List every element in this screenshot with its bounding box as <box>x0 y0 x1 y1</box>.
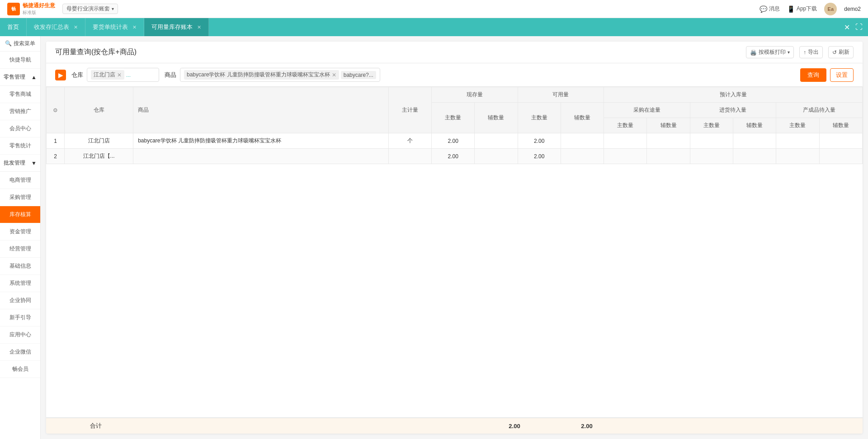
sidebar-item-system[interactable]: 系统管理 <box>0 275 40 292</box>
sidebar-search[interactable]: 🔍 搜索菜单 <box>0 36 40 52</box>
export-icon: ↑ <box>803 49 806 56</box>
cell-goods-sub-2 <box>733 149 776 164</box>
setting-button[interactable]: 设置 <box>830 68 854 82</box>
export-btn[interactable]: ↑ 导出 <box>799 46 823 58</box>
th-product: 商品 <box>133 87 389 133</box>
tab-order-stats-close[interactable]: ✕ <box>132 24 137 30</box>
sidebar-item-finance[interactable]: 资金管理 <box>0 223 40 241</box>
tab-home[interactable]: 首页 <box>0 18 27 36</box>
warehouse-tag-remove[interactable]: ✕ <box>117 72 122 78</box>
page-actions: 🖨️ 按模板打印 ▾ ↑ 导出 ↺ 刷新 <box>746 46 854 58</box>
industry-selector[interactable]: 母婴行业演示账套 ▾ <box>62 4 118 14</box>
app-download-nav-item[interactable]: 📱 App下载 <box>787 5 817 13</box>
tab-order-stats[interactable]: 要货单统计表 ✕ <box>85 18 144 36</box>
cell-products-main <box>776 133 819 149</box>
sidebar-item-app-center[interactable]: 应用中心 <box>0 326 40 344</box>
chevron-down-icon: ▾ <box>788 50 790 55</box>
sidebar-item-quick-nav[interactable]: 快捷导航 <box>0 52 40 69</box>
th-stock-sub: 辅数量 <box>475 103 518 133</box>
product-filter-label: 商品 <box>165 71 176 79</box>
sidebar-item-enterprise-wechat[interactable]: 企业微信 <box>0 344 40 361</box>
cell-product-2 <box>133 149 389 164</box>
nav-tabs: 首页 收发存汇总表 ✕ 要货单统计表 ✕ 可用量库存账本 ✕ ✕ ⛶ <box>0 18 868 36</box>
sidebar-item-marketing[interactable]: 营销推广 <box>0 103 40 120</box>
content-area: 可用量查询(按仓库+商品) 🖨️ 按模板打印 ▾ ↑ 导出 ↺ 刷新 <box>41 36 868 439</box>
table-footer: 合计 2.00 2.00 <box>46 417 863 434</box>
sidebar-item-newbie[interactable]: 新手引导 <box>0 309 40 326</box>
sidebar-item-wholesale-mgmt[interactable]: 批发管理 ▼ <box>0 155 40 172</box>
cell-avail-sub <box>561 133 604 149</box>
filter-bar: ▶ 仓库 江北门店 ✕ ... 商品 babycare <box>46 63 863 87</box>
cell-products-main-2 <box>776 149 819 164</box>
print-btn[interactable]: 🖨️ 按模板打印 ▾ <box>746 46 794 58</box>
product-filter-group: 商品 babycare学饮杯 儿童防摔防撞吸管杯重力球吸嘴杯宝宝水杯 ✕ bab… <box>165 68 380 82</box>
tab-receive-pay-close[interactable]: ✕ <box>74 24 78 30</box>
cell-num-2: 2 <box>47 149 65 164</box>
footer-avail-main: 2.00 <box>569 423 605 430</box>
logo-text: 畅捷通好生意 标准版 <box>23 2 55 16</box>
app-download-label: App下载 <box>797 5 817 13</box>
th-stock-main: 主数量 <box>432 103 475 133</box>
th-avail-main: 主数量 <box>518 103 561 133</box>
th-products-sub: 辅数量 <box>819 118 862 133</box>
nav-close-icon[interactable]: ✕ <box>842 21 852 33</box>
message-icon: 💬 <box>760 5 767 13</box>
top-bar-right: 💬 消息 📱 App下载 Ea demo2 <box>760 3 861 15</box>
th-main-unit: 主计量 <box>388 87 431 133</box>
message-label: 消息 <box>769 5 780 13</box>
nav-tabs-right: ✕ ⛶ <box>842 21 868 33</box>
sidebar-item-operation[interactable]: 经营管理 <box>0 241 40 258</box>
sidebar-item-retail-mgmt[interactable]: 零售管理 ▲ <box>0 69 40 86</box>
query-button[interactable]: 查询 <box>800 68 826 82</box>
search-icon: 🔍 <box>5 40 12 47</box>
cell-purchase-main-2 <box>604 149 647 164</box>
logo-area: 畅 畅捷通好生意 标准版 <box>7 2 55 16</box>
sidebar-item-ecommerce[interactable]: 电商管理 <box>0 172 40 189</box>
cell-stock-sub <box>475 133 518 149</box>
filter-toggle-btn[interactable]: ▶ <box>55 70 66 80</box>
page-header: 可用量查询(按仓库+商品) 🖨️ 按模板打印 ▾ ↑ 导出 ↺ 刷新 <box>46 42 863 63</box>
th-settings[interactable]: ⚙ <box>47 87 65 133</box>
cell-purchase-sub-2 <box>647 149 690 164</box>
sidebar-item-inventory[interactable]: 库存核算 <box>0 206 40 223</box>
printer-icon: 🖨️ <box>750 49 757 56</box>
sidebar-item-retail-mall[interactable]: 零售商城 <box>0 86 40 103</box>
settings-icon[interactable]: ⚙ <box>53 107 58 113</box>
sidebar-item-enterprise[interactable]: 企业协同 <box>0 292 40 309</box>
refresh-btn[interactable]: ↺ 刷新 <box>828 46 854 58</box>
warehouse-filter-input[interactable]: 江北门店 ✕ ... <box>87 68 159 82</box>
message-nav-item[interactable]: 💬 消息 <box>760 5 780 13</box>
industry-name: 母婴行业演示账套 <box>66 5 110 13</box>
tab-available-stock-close[interactable]: ✕ <box>197 24 201 30</box>
main-layout: 🔍 搜索菜单 快捷导航 零售管理 ▲ 零售商城 营销推广 会员中心 零售统计 批… <box>0 36 868 439</box>
data-table: ⚙ 仓库 商品 主计量 现存量 可用量 预计入库量 主数量 辅数量 <box>46 87 863 164</box>
sidebar-item-basic-info[interactable]: 基础信息 <box>0 258 40 275</box>
sidebar: 🔍 搜索菜单 快捷导航 零售管理 ▲ 零售商城 营销推广 会员中心 零售统计 批… <box>0 36 41 439</box>
cell-avail-sub-2 <box>561 149 604 164</box>
product-filter-input[interactable]: babycare学饮杯 儿童防摔防撞吸管杯重力球吸嘴杯宝宝水杯 ✕ babyca… <box>180 68 380 82</box>
sidebar-item-purchase[interactable]: 采购管理 <box>0 189 40 206</box>
table-area: ⚙ 仓库 商品 主计量 现存量 可用量 预计入库量 主数量 辅数量 <box>46 87 863 417</box>
page-title: 可用量查询(按仓库+商品) <box>55 47 137 57</box>
th-purchase-sub: 辅数量 <box>647 118 690 133</box>
cell-stock-main: 2.00 <box>432 133 475 149</box>
sidebar-item-retail-stats[interactable]: 零售统计 <box>0 137 40 155</box>
product-tag-1-remove[interactable]: ✕ <box>332 72 336 78</box>
logo-icon: 畅 <box>7 3 20 15</box>
chevron-icon: ▲ <box>31 74 37 80</box>
sidebar-item-vip[interactable]: 畅会员 <box>0 361 40 378</box>
nav-expand-icon[interactable]: ⛶ <box>854 21 864 33</box>
warehouse-more-btn[interactable]: ... <box>126 72 131 78</box>
product-tag-1: babycare学饮杯 儿童防摔防撞吸管杯重力球吸嘴杯宝宝水杯 ✕ <box>184 70 339 80</box>
cell-warehouse-2: 江北门店【... <box>65 149 133 164</box>
th-available: 可用量 <box>518 87 604 103</box>
th-goods-main: 主数量 <box>690 118 733 133</box>
warehouse-filter-label: 仓库 <box>71 71 83 79</box>
chevron-down-icon: ▼ <box>31 160 37 166</box>
tab-available-stock[interactable]: 可用量库存账本 ✕ <box>144 18 209 36</box>
table-row: 2 江北门店【... 2.00 2.00 <box>47 149 863 164</box>
tab-receive-pay[interactable]: 收发存汇总表 ✕ <box>27 18 85 36</box>
top-bar-left: 畅 畅捷通好生意 标准版 母婴行业演示账套 ▾ <box>7 2 118 16</box>
sidebar-item-member[interactable]: 会员中心 <box>0 120 40 137</box>
footer-label: 合计 <box>69 422 123 430</box>
